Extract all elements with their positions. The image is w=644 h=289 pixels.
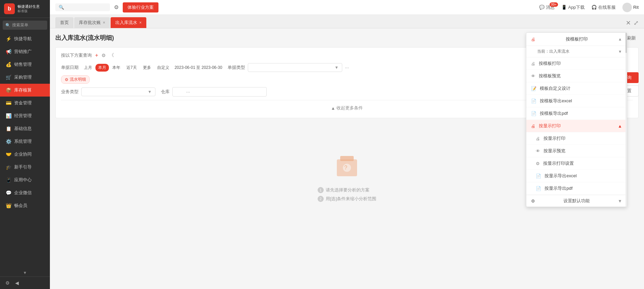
tab-home[interactable]: 首页 [55, 17, 74, 28]
messages-item[interactable]: 💬 消息 99+ [539, 4, 555, 10]
display-print-label: 按显示打印 [544, 135, 565, 141]
sidebar-item-label: 快捷导航 [14, 36, 32, 42]
filter-add-btn[interactable]: + [95, 52, 98, 58]
warehouse-select[interactable]: ··· [172, 87, 267, 97]
warehouse-dots[interactable]: ··· [186, 89, 190, 95]
filter-label: 按以下方案查询 [61, 52, 92, 58]
tab-batch-account-close[interactable]: × [103, 20, 105, 25]
member-icon: 👑 [5, 203, 11, 208]
sidebar-item-label: 经营管理 [14, 113, 32, 119]
filter-collapse-btn[interactable]: 《 [109, 52, 114, 58]
default-function-label: 设置默认功能 [563, 198, 590, 204]
filter-warehouse-item: 仓库 ··· [161, 87, 267, 97]
header-search[interactable]: 🔍 [55, 3, 110, 11]
sidebar-scroll-down[interactable]: ▼ [0, 269, 50, 277]
sidebar-item-label: 系统管理 [14, 138, 32, 144]
sidebar-item-quick-nav[interactable]: ⚡ 快捷导航 [0, 32, 50, 45]
app-download-icon: 📱 [561, 5, 567, 10]
sidebar-item-system[interactable]: ⚙️ 系统管理 [0, 135, 50, 148]
sidebar-item-finance[interactable]: 💳 资金管理 [0, 97, 50, 109]
refresh-label: 刷新 [627, 35, 636, 41]
search-menu[interactable]: 🔍 搜索菜单 [3, 21, 47, 30]
guide-icon: 🎓 [5, 164, 11, 170]
display-print-header-label: 按显示打印 [539, 123, 561, 129]
footer-collapse-icon[interactable]: ◀ [15, 280, 19, 286]
sidebar-item-purchase[interactable]: 🛒 采购管理 [0, 71, 50, 84]
tab-maximize-icon[interactable]: ⤢ [634, 19, 639, 27]
footer-settings-icon[interactable]: ⚙ [5, 280, 10, 286]
sidebar-item-basics[interactable]: 📋 基础信息 [0, 122, 50, 135]
tip-text-1: 请先选择要分析的方案 [326, 187, 370, 193]
sidebar-item-cooperation[interactable]: 🤝 企业协同 [0, 148, 50, 161]
filter-gear-icon[interactable]: ⚙ [101, 53, 106, 58]
dropdown-default-function[interactable]: ⚙ 设置默认功能 ▼ [526, 195, 627, 207]
sidebar-item-inventory[interactable]: 📦 库存核算 [0, 84, 50, 97]
dropdown-item-template-custom[interactable]: 📝 模板自定义设计 [526, 82, 627, 95]
customer-service-item[interactable]: 🎧 在线客服 [591, 4, 616, 10]
header-search-input[interactable] [66, 5, 107, 10]
sidebar-item-marketing[interactable]: 📢 营销推广 [0, 45, 50, 58]
template-print-icon: 🖨 [531, 61, 535, 66]
empty-tips: 1 请先选择要分析的方案 2 用[选]条件来缩小分析范围 [318, 187, 376, 202]
header-right: 💬 消息 99+ 📱 App下载 🎧 在线客服 Rit [539, 3, 639, 12]
user-area[interactable]: Rit [622, 3, 639, 12]
template-excel-label: 按模板导出excel [540, 98, 572, 104]
purchase-icon: 🛒 [5, 75, 11, 80]
tab-flow[interactable]: 出入库流水 × [111, 17, 146, 28]
dropdown-item-display-print[interactable]: 🖨 按显示打印 [526, 132, 627, 145]
industry-btn[interactable]: 体验行业方案 [123, 2, 158, 12]
dropdown-item-display-preview[interactable]: 👁 按显示预览 [526, 145, 627, 157]
quick-nav-icon: ⚡ [5, 36, 11, 42]
dropdown-item-display-pdf[interactable]: 📄 按显示导出pdf [526, 182, 627, 195]
sidebar-item-app-center[interactable]: 📱 应用中心 [0, 174, 50, 186]
date-tab-this-month[interactable]: 本月 [95, 64, 109, 72]
dropdown-item-template-print[interactable]: 🖨 按模板打印 [526, 57, 627, 70]
app-download-label: App下载 [568, 4, 585, 10]
dropdown-header-icon: 🖨 [531, 37, 535, 42]
sidebar-item-label: 营销推广 [14, 49, 32, 55]
search-icon: 🔍 [5, 23, 10, 28]
dropdown-item-template-pdf[interactable]: 📄 按模板导出pdf [526, 107, 627, 120]
doc-type-select[interactable]: ▼ [248, 63, 342, 72]
dropdown-item-display-excel[interactable]: 📄 按显示导出excel [526, 170, 627, 182]
doc-type-label: 单据类型 [228, 64, 245, 71]
dropdown-collapse-btn[interactable]: ▲ [618, 37, 622, 42]
date-tab-7days[interactable]: 近7天 [124, 64, 140, 72]
dropdown-scrollbar-track [625, 33, 627, 207]
tab-batch-account[interactable]: 库存批次账 × [74, 17, 110, 28]
tab-flow-label: 出入库流水 [115, 20, 137, 26]
sidebar-item-guide[interactable]: 🎓 新手引导 [0, 161, 50, 174]
sidebar-item-member[interactable]: 👑 畅会员 [0, 199, 50, 212]
collapse-arrow-icon: ▲ [331, 106, 335, 111]
date-tab-this-year[interactable]: 本年 [110, 64, 123, 72]
date-tab-last-month[interactable]: 上月 [81, 64, 95, 72]
date-field-label: 单据日期 [61, 64, 79, 71]
business-type-arrow: ▼ [148, 89, 152, 94]
dropdown-item-template-excel[interactable]: 📄 按模板导出excel [526, 95, 627, 107]
tab-close-icon[interactable]: ✕ [626, 19, 631, 27]
app-download-item[interactable]: 📱 App下载 [561, 4, 585, 10]
date-tab-more[interactable]: 更多 [140, 64, 154, 72]
business-type-select[interactable]: ▼ [81, 87, 155, 96]
header-search-icon: 🔍 [59, 5, 64, 10]
dropdown-scrollbar-thumb[interactable] [625, 33, 627, 53]
date-tab-custom[interactable]: 自定义 [154, 64, 172, 72]
tab-flow-close[interactable]: × [139, 20, 142, 25]
active-filter-tag[interactable]: ⚙ 流水明细 [61, 75, 90, 84]
doc-type-more[interactable]: ··· [345, 65, 349, 70]
sidebar-item-label: 企业协同 [14, 151, 32, 157]
header-gear-icon[interactable]: ⚙ [114, 4, 119, 10]
display-settings-label: 按显示打印设置 [543, 160, 574, 166]
template-excel-icon: 📄 [531, 99, 536, 104]
dropdown-item-display-print-header[interactable]: 🖨 按显示打印 ▲ [526, 120, 627, 132]
sidebar-item-label: 应用中心 [14, 177, 32, 183]
sidebar-item-operations[interactable]: 📊 经营管理 [0, 109, 50, 122]
messages-badge: 99+ [550, 2, 558, 7]
tab-bar: 首页 库存批次账 × 出入库流水 × ✕ ⤢ [50, 15, 644, 28]
sidebar-item-sales[interactable]: 💰 销售管理 [0, 58, 50, 71]
customer-service-icon: 🎧 [591, 5, 597, 10]
dropdown-item-template-preview[interactable]: 👁 按模板预览 [526, 70, 627, 82]
dropdown-item-display-settings[interactable]: ⚙ 按显示打印设置 [526, 157, 627, 170]
template-preview-label: 按模板预览 [539, 73, 561, 79]
sidebar-item-enterprise-wx[interactable]: 💬 企业微信 [0, 186, 50, 199]
